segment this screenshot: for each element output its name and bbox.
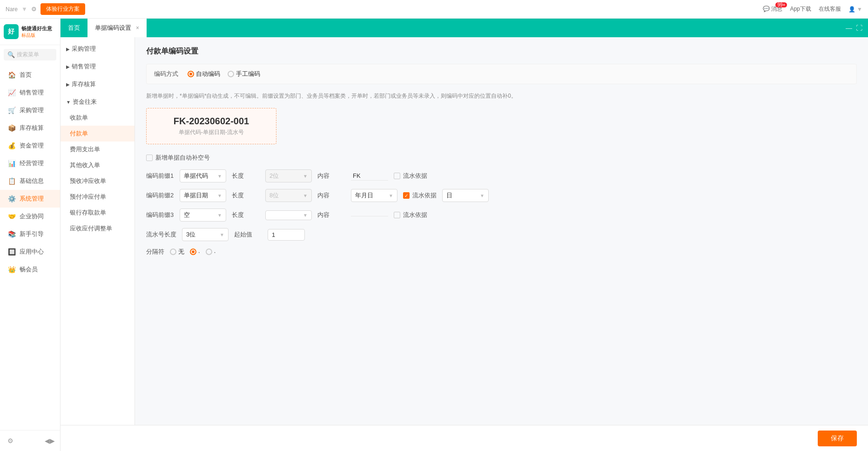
online-service-button[interactable]: 在线客服 bbox=[819, 5, 841, 13]
serial-length-select[interactable]: 3位 ▼ bbox=[182, 228, 229, 241]
separator-row: 分隔符 无 · · bbox=[146, 248, 857, 256]
chevron-right-icon2: ▶ bbox=[66, 64, 70, 69]
nav-group-finance-header[interactable]: ▼ 资金往来 bbox=[61, 94, 135, 110]
prefix2-cycle-select[interactable]: 日 ▼ bbox=[442, 189, 489, 202]
example-desc: 单据代码-单据日期-流水号 bbox=[158, 128, 265, 136]
tab-encoding-settings[interactable]: 单据编码设置 × bbox=[87, 19, 147, 37]
separator-none-radio[interactable]: 无 bbox=[170, 248, 184, 256]
prefix2-stream-checkbox[interactable]: ✓ bbox=[403, 192, 410, 199]
nav-group-sales-header[interactable]: ▶ 销售管理 bbox=[61, 59, 135, 74]
nav-item-adjustment[interactable]: 应收应付调整单 bbox=[61, 221, 135, 236]
sidebar-item-app-center[interactable]: 🔲 应用中心 bbox=[0, 243, 60, 261]
trial-button[interactable]: 体验行业方案 bbox=[40, 3, 85, 15]
prefix1-length-label: 长度 bbox=[232, 172, 260, 180]
logo-icon: 好 bbox=[4, 24, 19, 39]
nav-item-other-income[interactable]: 其他收入单 bbox=[61, 157, 135, 173]
settings-icon[interactable]: ⚙ bbox=[31, 6, 37, 13]
settings-footer-icon[interactable]: ⚙ bbox=[4, 434, 17, 447]
prefix2-stream-row: ✓ 流水依据 bbox=[403, 191, 437, 200]
manual-encoding-radio[interactable]: 手工编码 bbox=[228, 70, 260, 78]
sidebar-item-purchase[interactable]: 🛒 采购管理 bbox=[0, 101, 60, 119]
sidebar-item-system[interactable]: ⚙️ 系统管理 bbox=[0, 190, 60, 208]
collapse-icon[interactable]: ◀▶ bbox=[43, 434, 56, 447]
separator-dot2-circle[interactable] bbox=[206, 249, 212, 255]
sidebar-item-basic[interactable]: 📋 基础信息 bbox=[0, 172, 60, 190]
tab-bar: 首页 单据编码设置 × — ⛶ bbox=[61, 19, 868, 37]
nav-item-prepay-offset[interactable]: 预收冲应收单 bbox=[61, 173, 135, 189]
prefix3-content-value bbox=[351, 214, 388, 216]
example-code: FK-20230602-001 bbox=[158, 116, 265, 127]
prefix3-stream-row: 流水依据 bbox=[394, 211, 427, 219]
prefix1-stream-row: 流水依据 bbox=[394, 172, 427, 180]
user-avatar[interactable]: 👤 ▼ bbox=[848, 6, 862, 13]
manual-radio-circle[interactable] bbox=[228, 71, 234, 77]
prefix2-select[interactable]: 单据日期 ▼ bbox=[180, 189, 226, 202]
nav-group-inventory-header[interactable]: ▶ 库存核算 bbox=[61, 76, 135, 92]
auto-radio-circle[interactable] bbox=[188, 71, 194, 77]
sidebar-item-inventory[interactable]: 📦 库存核算 bbox=[0, 119, 60, 137]
prefix2-length-arrow-icon: ▼ bbox=[303, 193, 308, 198]
tab-home[interactable]: 首页 bbox=[61, 19, 87, 37]
sidebar-item-home[interactable]: 🏠 首页 bbox=[0, 66, 60, 84]
app-center-icon: 🔲 bbox=[7, 248, 16, 256]
separator-dot2-radio[interactable]: · bbox=[206, 249, 216, 256]
sidebar-item-sales[interactable]: 📈 销售管理 bbox=[0, 84, 60, 101]
prefix2-content-select[interactable]: 年月日 ▼ bbox=[351, 189, 397, 202]
nav-group-sales: ▶ 销售管理 bbox=[61, 59, 135, 74]
sidebar-item-enterprise[interactable]: 🤝 企业协同 bbox=[0, 208, 60, 225]
serial-start-input[interactable] bbox=[268, 229, 305, 241]
tab-maximize-btn[interactable]: ⛶ bbox=[856, 24, 862, 32]
auto-fill-checkbox[interactable] bbox=[146, 155, 153, 161]
sidebar-item-guide[interactable]: 📚 新手引导 bbox=[0, 225, 60, 243]
save-button[interactable]: 保存 bbox=[818, 431, 857, 446]
prefix2-stream-label: 流水依据 bbox=[412, 191, 437, 200]
prefix3-row: 编码前缀3 空 ▼ 长度 ▼ 内容 流水依据 bbox=[146, 209, 857, 222]
prefix2-cycle-arrow-icon: ▼ bbox=[480, 193, 484, 198]
auto-encoding-radio[interactable]: 自动编码 bbox=[188, 70, 220, 78]
auto-fill-label: 新增单据自动补空号 bbox=[155, 154, 210, 162]
separator-dot-radio[interactable]: · bbox=[190, 249, 200, 256]
prefix2-label: 编码前缀2 bbox=[146, 191, 174, 200]
prefix2-arrow-icon: ▼ bbox=[217, 193, 222, 198]
message-button[interactable]: 💬 消息 99+ bbox=[763, 5, 782, 13]
logo-text: 畅捷通好生意 标品版 bbox=[21, 25, 52, 39]
prefix1-row: 编码前缀1 单据代码 ▼ 长度 2位 ▼ 内容 FK 流水依据 bbox=[146, 169, 857, 182]
nav-item-prepay-offset2[interactable]: 预付冲应付单 bbox=[61, 189, 135, 205]
nav-item-receipt[interactable]: 收款单 bbox=[61, 110, 135, 126]
sidebar-footer: ⚙ ◀▶ bbox=[0, 430, 60, 451]
nav-item-bank[interactable]: 银行存取款单 bbox=[61, 205, 135, 221]
guide-icon: 📚 bbox=[7, 230, 16, 238]
separator-dot-circle[interactable] bbox=[190, 249, 196, 255]
prefix1-stream-checkbox[interactable] bbox=[394, 173, 400, 179]
breadcrumb: Nare bbox=[6, 6, 18, 13]
top-bar-left: Nare ▼ ⚙ 体验行业方案 bbox=[6, 3, 85, 15]
app-download-button[interactable]: App下载 bbox=[790, 5, 811, 13]
nav-item-payment[interactable]: 付款单 bbox=[61, 126, 135, 141]
sidebar-item-finance[interactable]: 💰 资金管理 bbox=[0, 137, 60, 155]
home-icon: 🏠 bbox=[7, 71, 16, 79]
tab-minimize-btn[interactable]: — bbox=[846, 24, 852, 32]
purchase-icon: 🛒 bbox=[7, 106, 16, 114]
sidebar-item-vip[interactable]: 👑 畅会员 bbox=[0, 261, 60, 278]
prefix2-length-select[interactable]: 8位 ▼ bbox=[265, 189, 312, 202]
nav-item-expense[interactable]: 费用支出单 bbox=[61, 141, 135, 157]
prefix3-stream-checkbox[interactable] bbox=[394, 212, 400, 218]
sidebar-item-operation[interactable]: 📊 经营管理 bbox=[0, 155, 60, 172]
sidebar-search[interactable]: 🔍 搜索菜单 bbox=[0, 45, 60, 64]
system-icon: ⚙️ bbox=[7, 195, 16, 203]
prefix1-length-select[interactable]: 2位 ▼ bbox=[265, 169, 312, 182]
enterprise-icon: 🤝 bbox=[7, 212, 16, 221]
prefix3-length-label: 长度 bbox=[232, 211, 260, 219]
prefix3-length-select[interactable]: ▼ bbox=[265, 210, 312, 220]
example-box: FK-20230602-001 单据代码-单据日期-流水号 bbox=[146, 108, 276, 144]
prefix1-select[interactable]: 单据代码 ▼ bbox=[180, 169, 226, 182]
finance-icon: 💰 bbox=[7, 141, 16, 150]
nav-group-purchase-header[interactable]: ▶ 采购管理 bbox=[61, 41, 135, 57]
prefix1-content-label: 内容 bbox=[317, 172, 345, 180]
prefix1-stream-label: 流水依据 bbox=[403, 172, 427, 180]
chevron-right-icon: ▶ bbox=[66, 47, 70, 52]
page-title: 付款单编码设置 bbox=[146, 47, 857, 56]
separator-none-circle[interactable] bbox=[170, 249, 176, 255]
tab-close-icon[interactable]: × bbox=[136, 25, 139, 31]
prefix3-select[interactable]: 空 ▼ bbox=[180, 209, 226, 222]
